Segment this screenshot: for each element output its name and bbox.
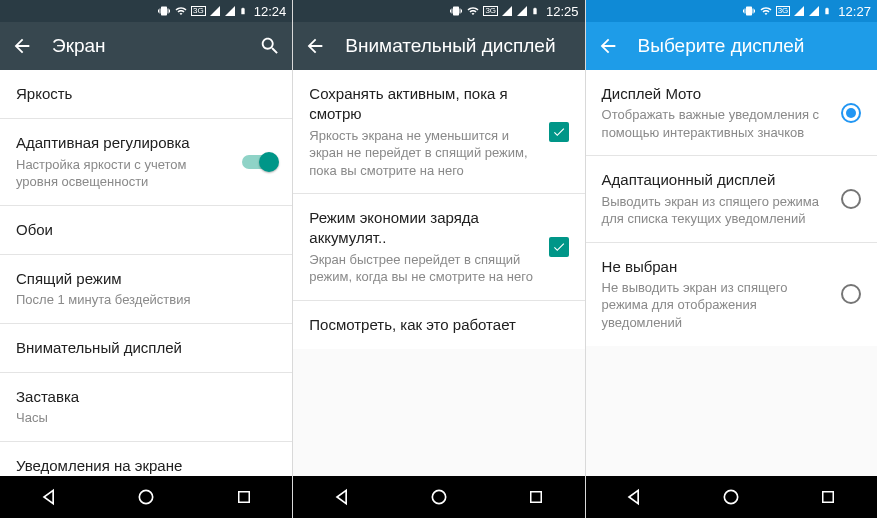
adaptive-switch[interactable] [242, 155, 276, 169]
circle-home-icon [136, 487, 156, 507]
wifi-icon [466, 5, 480, 17]
arrow-back-icon [304, 35, 326, 57]
status-icons: 3G [157, 4, 247, 18]
settings-list[interactable]: Сохранять активным, пока я смотрюЯркость… [293, 70, 584, 476]
row-label: Уведомления на экране [16, 456, 276, 476]
arrow-back-icon [597, 35, 619, 57]
back-button[interactable] [596, 34, 620, 58]
square-recent-icon [235, 488, 253, 506]
nav-home[interactable] [409, 476, 469, 518]
row-none[interactable]: Не выбранНе выводить экран из спящего ре… [586, 243, 877, 346]
svg-rect-3 [531, 492, 542, 503]
nav-back[interactable] [19, 476, 79, 518]
row-attentive-display[interactable]: Внимательный дисплей [0, 324, 292, 373]
row-lock-notifications[interactable]: Уведомления на экране [0, 442, 292, 476]
stay-active-checkbox[interactable] [549, 122, 569, 142]
network-badge: 3G [483, 6, 498, 16]
triangle-back-icon [332, 487, 352, 507]
back-button[interactable] [10, 34, 34, 58]
row-sub: Не выводить экран из спящего режима для … [602, 279, 829, 332]
row-sub: Яркость экрана не уменьшится и экран не … [309, 127, 536, 180]
svg-rect-5 [823, 492, 834, 503]
clock: 12:27 [838, 4, 871, 19]
search-button[interactable] [258, 34, 282, 58]
arrow-back-icon [11, 35, 33, 57]
nav-recent[interactable] [214, 476, 274, 518]
page-title: Выберите дисплей [638, 35, 867, 57]
triangle-back-icon [624, 487, 644, 507]
battery-icon [531, 4, 539, 18]
navigation-bar [586, 476, 877, 518]
row-battery-saver[interactable]: Режим экономии заряда аккумулят..Экран б… [293, 194, 584, 301]
signal-icon-1 [793, 5, 805, 17]
svg-point-0 [139, 490, 152, 503]
row-sleep[interactable]: Спящий режимПосле 1 минута бездействия [0, 255, 292, 324]
row-screensaver[interactable]: ЗаставкаЧасы [0, 373, 292, 442]
moto-display-radio[interactable] [841, 103, 861, 123]
row-label: Адаптационный дисплей [602, 170, 829, 190]
svg-rect-1 [238, 492, 249, 503]
app-bar: Экран [0, 22, 292, 70]
status-icons: 3G [742, 4, 832, 18]
wifi-icon [759, 5, 773, 17]
battery-saver-checkbox[interactable] [549, 237, 569, 257]
vibrate-icon [157, 5, 171, 17]
none-radio[interactable] [841, 284, 861, 304]
row-label: Режим экономии заряда аккумулят.. [309, 208, 536, 249]
row-sub: Отображать важные уведомления с помощью … [602, 106, 829, 141]
triangle-back-icon [39, 487, 59, 507]
wifi-icon [174, 5, 188, 17]
row-label: Адаптивная регулировка [16, 133, 230, 153]
vibrate-icon [742, 5, 756, 17]
row-sub: Выводить экран из спящего режима для спи… [602, 193, 829, 228]
status-icons: 3G [449, 4, 539, 18]
row-demo[interactable]: Посмотреть, как это работает [293, 301, 584, 349]
phone-screen-2: 3G 12:25 Внимательный дисплей Сохранять … [292, 0, 584, 518]
nav-back[interactable] [312, 476, 372, 518]
settings-list[interactable]: Яркость Адаптивная регулировкаНастройка … [0, 70, 292, 476]
page-title: Внимательный дисплей [345, 35, 574, 57]
circle-home-icon [429, 487, 449, 507]
nav-home[interactable] [701, 476, 761, 518]
clock: 12:25 [546, 4, 579, 19]
signal-icon-2 [224, 5, 236, 17]
app-bar: Внимательный дисплей [293, 22, 584, 70]
row-label: Не выбран [602, 257, 829, 277]
square-recent-icon [819, 488, 837, 506]
network-badge: 3G [776, 6, 791, 16]
signal-icon-1 [501, 5, 513, 17]
row-brightness[interactable]: Яркость [0, 70, 292, 119]
adaptive-display-radio[interactable] [841, 189, 861, 209]
navigation-bar [293, 476, 584, 518]
battery-icon [239, 4, 247, 18]
check-icon [552, 240, 566, 254]
row-stay-active[interactable]: Сохранять активным, пока я смотрюЯркость… [293, 70, 584, 194]
row-adaptive-brightness[interactable]: Адаптивная регулировкаНастройка яркости … [0, 119, 292, 205]
nav-home[interactable] [116, 476, 176, 518]
row-adaptive-display[interactable]: Адаптационный дисплейВыводить экран из с… [586, 156, 877, 242]
status-bar: 3G 12:24 [0, 0, 292, 22]
row-moto-display[interactable]: Дисплей МотоОтображать важные уведомлени… [586, 70, 877, 156]
nav-back[interactable] [604, 476, 664, 518]
row-label: Посмотреть, как это работает [309, 315, 568, 335]
row-label: Яркость [16, 84, 276, 104]
square-recent-icon [527, 488, 545, 506]
navigation-bar [0, 476, 292, 518]
svg-point-2 [432, 490, 445, 503]
phone-screen-1: 3G 12:24 Экран Яркость Адаптивная регули… [0, 0, 292, 518]
signal-icon-1 [209, 5, 221, 17]
vibrate-icon [449, 5, 463, 17]
svg-point-4 [725, 490, 738, 503]
row-label: Обои [16, 220, 276, 240]
back-button[interactable] [303, 34, 327, 58]
nav-recent[interactable] [506, 476, 566, 518]
row-sub: Настройка яркости с учетом уровня освеще… [16, 156, 230, 191]
settings-list[interactable]: Дисплей МотоОтображать важные уведомлени… [586, 70, 877, 476]
nav-recent[interactable] [798, 476, 858, 518]
network-badge: 3G [191, 6, 206, 16]
circle-home-icon [721, 487, 741, 507]
row-wallpaper[interactable]: Обои [0, 206, 292, 255]
row-label: Внимательный дисплей [16, 338, 276, 358]
row-sub: После 1 минута бездействия [16, 291, 276, 309]
status-bar: 3G 12:27 [586, 0, 877, 22]
